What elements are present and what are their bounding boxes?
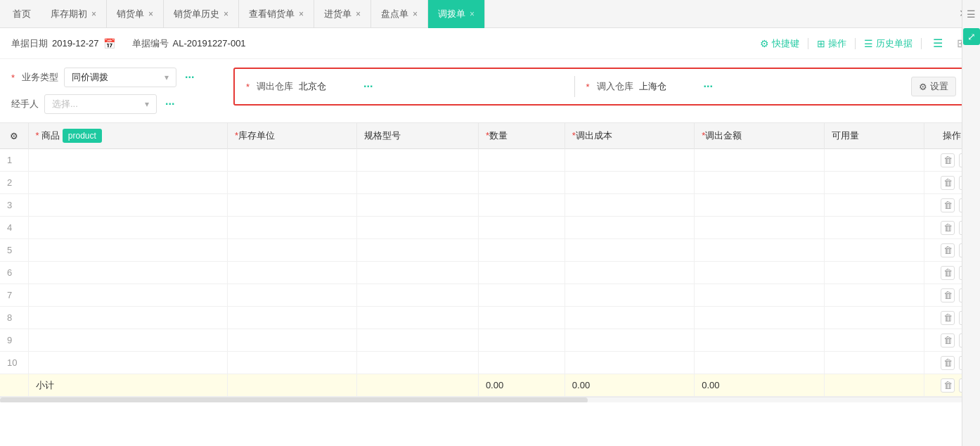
tab-home[interactable]: 首页 [6, 0, 41, 28]
tab-stocktake-close[interactable]: × [413, 9, 418, 19]
unit-cell[interactable] [228, 149, 357, 172]
cost-cell[interactable] [565, 307, 694, 329]
product-cell[interactable] [28, 194, 228, 217]
unit-cell[interactable] [228, 329, 357, 352]
spec-cell[interactable] [357, 284, 478, 307]
spec-cell[interactable] [357, 149, 478, 172]
tab-sales[interactable]: 销货单 × [107, 0, 164, 28]
delete-button[interactable]: 🗑 [941, 288, 955, 302]
tab-sales-history-close[interactable]: × [224, 9, 228, 19]
calendar-icon[interactable]: 📅 [103, 38, 115, 49]
scan-button[interactable]: product [63, 129, 102, 143]
delete-button[interactable]: 🗑 [941, 311, 955, 325]
qty-cell[interactable] [478, 352, 565, 374]
product-cell[interactable] [28, 284, 228, 307]
amount-cell[interactable] [695, 239, 824, 262]
amount-cell[interactable] [695, 262, 824, 284]
qty-cell[interactable] [478, 329, 565, 352]
layout-list-button[interactable]: ☰ [930, 35, 946, 51]
sidebar-expand-icon[interactable]: ⤢ [963, 28, 980, 45]
delete-button[interactable]: 🗑 [941, 378, 955, 393]
sidebar-list-icon[interactable]: ☰ [963, 6, 980, 23]
amount-cell[interactable] [695, 284, 824, 307]
amount-cell[interactable] [695, 307, 824, 329]
unit-cell[interactable] [228, 217, 357, 239]
amount-cell[interactable] [695, 352, 824, 374]
product-cell[interactable] [28, 149, 228, 172]
qty-cell[interactable] [478, 172, 565, 194]
cost-cell[interactable] [565, 172, 694, 194]
product-cell[interactable] [28, 329, 228, 352]
delete-button[interactable]: 🗑 [941, 198, 955, 212]
cost-cell[interactable] [565, 352, 694, 374]
spec-cell[interactable] [357, 262, 478, 284]
unit-cell[interactable] [228, 194, 357, 217]
delete-button[interactable]: 🗑 [941, 266, 955, 280]
th-gear[interactable]: ⚙ [0, 123, 28, 149]
spec-cell[interactable] [357, 194, 478, 217]
amount-cell[interactable] [695, 194, 824, 217]
cost-cell[interactable] [565, 284, 694, 307]
product-cell[interactable] [28, 352, 228, 374]
transfer-out-ellipsis[interactable]: ··· [361, 80, 375, 93]
tab-stocktake[interactable]: 盘点单 × [371, 0, 428, 28]
cost-cell[interactable] [565, 217, 694, 239]
delete-button[interactable]: 🗑 [941, 333, 955, 348]
unit-cell[interactable] [228, 172, 357, 194]
spec-cell[interactable] [357, 217, 478, 239]
amount-cell[interactable] [695, 329, 824, 352]
spec-cell[interactable] [357, 352, 478, 374]
tab-purchase-close[interactable]: × [356, 9, 361, 19]
delete-button[interactable]: 🗑 [941, 356, 955, 370]
handler-select[interactable]: 选择... ▾ [44, 94, 157, 114]
scroll-bar[interactable] [0, 397, 980, 402]
operations-button[interactable]: ⊞ 操作 [817, 37, 846, 50]
product-cell[interactable] [28, 307, 228, 329]
business-type-ellipsis[interactable]: ··· [182, 71, 197, 84]
qty-cell[interactable] [478, 262, 565, 284]
cost-cell[interactable] [565, 262, 694, 284]
product-cell[interactable] [28, 239, 228, 262]
tab-purchase[interactable]: 进货单 × [314, 0, 371, 28]
product-cell[interactable] [28, 172, 228, 194]
cost-cell[interactable] [565, 194, 694, 217]
delete-button[interactable]: 🗑 [941, 153, 955, 167]
tab-sales-close[interactable]: × [148, 9, 153, 19]
tab-opening-close[interactable]: × [91, 9, 96, 19]
tab-transfer[interactable]: 调拨单 × [428, 0, 485, 28]
qty-cell[interactable] [478, 149, 565, 172]
tab-sales-history[interactable]: 销货单历史 × [164, 0, 239, 28]
spec-cell[interactable] [357, 307, 478, 329]
delete-button[interactable]: 🗑 [941, 176, 955, 190]
qty-cell[interactable] [478, 239, 565, 262]
settings-button[interactable]: ⚙ 设置 [911, 77, 956, 96]
spec-cell[interactable] [357, 329, 478, 352]
delete-button[interactable]: 🗑 [941, 243, 955, 257]
cost-cell[interactable] [565, 149, 694, 172]
tab-view-sales[interactable]: 查看销货单 × [239, 0, 314, 28]
tab-view-sales-close[interactable]: × [299, 9, 304, 19]
handler-ellipsis[interactable]: ··· [162, 98, 177, 110]
unit-cell[interactable] [228, 284, 357, 307]
unit-cell[interactable] [228, 239, 357, 262]
product-cell[interactable] [28, 217, 228, 239]
transfer-in-ellipsis[interactable]: ··· [701, 80, 716, 93]
qty-cell[interactable] [478, 284, 565, 307]
amount-cell[interactable] [695, 149, 824, 172]
spec-cell[interactable] [357, 239, 478, 262]
amount-cell[interactable] [695, 172, 824, 194]
tab-opening[interactable]: 库存期初 × [41, 0, 107, 28]
cost-cell[interactable] [565, 329, 694, 352]
unit-cell[interactable] [228, 352, 357, 374]
product-cell[interactable] [28, 262, 228, 284]
unit-cell[interactable] [228, 307, 357, 329]
cost-cell[interactable] [565, 239, 694, 262]
shortcuts-button[interactable]: ⚙ 快捷键 [760, 37, 799, 50]
tab-transfer-close[interactable]: × [470, 9, 475, 19]
qty-cell[interactable] [478, 194, 565, 217]
history-button[interactable]: ☰ 历史单据 [864, 37, 913, 50]
spec-cell[interactable] [357, 172, 478, 194]
amount-cell[interactable] [695, 217, 824, 239]
unit-cell[interactable] [228, 262, 357, 284]
business-type-select[interactable]: 同价调拨 ▾ [64, 68, 176, 87]
